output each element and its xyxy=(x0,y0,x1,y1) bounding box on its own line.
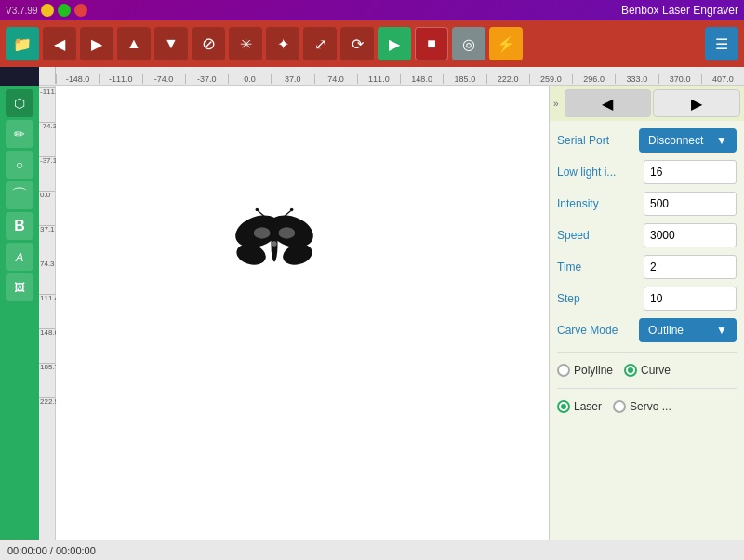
arc-tool-button[interactable]: ⌒ xyxy=(6,181,33,209)
ruler-mark: 74.0 xyxy=(314,74,357,84)
ruler-mark: 333.0 xyxy=(615,74,658,84)
polyline-radio-circle xyxy=(557,364,570,377)
ruler-mark: 370.0 xyxy=(658,74,701,84)
disconnect-button[interactable]: Disconnect ▼ xyxy=(639,128,737,153)
no-entry-button[interactable]: ⊘ xyxy=(192,27,225,60)
laser-radio[interactable]: Laser xyxy=(557,400,602,413)
ruler-mark: 259.0 xyxy=(529,74,572,84)
folder-button[interactable]: 📁 xyxy=(6,27,39,60)
canvas-content[interactable] xyxy=(56,86,549,540)
svg-point-10 xyxy=(278,227,295,238)
left-toolbar: ⬡ ✏ ○ ⌒ B A 🖼 xyxy=(0,86,39,540)
pencil-tool-button[interactable]: ✏ xyxy=(6,120,33,148)
dropdown-arrow-icon: ▼ xyxy=(716,134,727,147)
servo-label: Servo ... xyxy=(630,400,671,413)
circle-tool-button[interactable]: ○ xyxy=(6,151,33,179)
low-light-input[interactable] xyxy=(644,160,737,184)
app-title: Benbox Laser Engraver xyxy=(621,4,738,17)
time-input[interactable] xyxy=(644,255,737,279)
select-tool-button[interactable]: ⬡ xyxy=(6,89,33,117)
arrow-right-button[interactable]: ▶ xyxy=(80,27,113,60)
minimize-button[interactable] xyxy=(41,4,54,17)
ruler-mark: 185.0 xyxy=(443,74,485,84)
intensity-input[interactable] xyxy=(644,192,737,216)
ruler-v-mark: 74.3 xyxy=(39,260,55,294)
speed-label: Speed xyxy=(557,229,622,242)
carve-mode-label: Carve Mode xyxy=(557,324,622,337)
arrow-up-button[interactable]: ▲ xyxy=(117,27,151,60)
divider-2 xyxy=(557,388,737,389)
target-button[interactable]: ◎ xyxy=(452,27,485,60)
intensity-row: Intensity xyxy=(557,192,737,216)
ruler-v-mark: -111.4 xyxy=(39,87,55,122)
time-label: Time xyxy=(557,260,622,273)
ruler-mark: -148.0 xyxy=(56,74,99,84)
svg-point-9 xyxy=(254,227,271,238)
laser-label: Laser xyxy=(574,400,602,413)
expand-button[interactable]: ⤢ xyxy=(303,27,337,60)
serial-port-row: Serial Port Disconnect ▼ xyxy=(557,128,737,153)
step-row: Step xyxy=(557,287,737,311)
rotate-button[interactable]: ⟳ xyxy=(340,27,374,60)
carve-mode-dropdown-icon: ▼ xyxy=(716,324,727,337)
curve-label: Curve xyxy=(641,364,671,377)
menu-button[interactable]: ☰ xyxy=(705,27,738,60)
vertical-ruler: -111.4 -74.3 -37.1 0.0 37.1 74.3 111.4 1… xyxy=(39,86,56,540)
arrow-down-button[interactable]: ▼ xyxy=(154,27,188,60)
ruler-v-mark: 185.7 xyxy=(39,363,55,397)
close-button[interactable] xyxy=(74,4,87,17)
maximize-button[interactable] xyxy=(58,4,71,17)
ruler-v-mark: -37.1 xyxy=(39,156,55,191)
carve-mode-button[interactable]: Outline ▼ xyxy=(639,318,737,342)
disconnect-label: Disconnect xyxy=(648,134,703,147)
panel-prev-button[interactable]: ◀ xyxy=(565,89,652,117)
divider xyxy=(557,352,737,353)
speed-row: Speed xyxy=(557,223,737,247)
status-time: 00:00:00 / 00:00:00 xyxy=(7,545,96,556)
arrow-left-button[interactable]: ◀ xyxy=(43,27,76,60)
ruler-mark: -111.0 xyxy=(99,74,141,84)
ruler-mark: 407.0 xyxy=(701,74,744,84)
right-panel: » ◀ ▶ Serial Port Disconnect ▼ Low light… xyxy=(549,86,744,540)
time-row: Time xyxy=(557,255,737,279)
panel-nav: » ◀ ▶ xyxy=(550,86,744,121)
panel-body: Serial Port Disconnect ▼ Low light i... … xyxy=(550,121,744,422)
ruler-mark: 37.0 xyxy=(271,74,313,84)
ruler-mark: 222.0 xyxy=(486,74,529,84)
butterfly-image xyxy=(232,207,316,281)
svg-point-6 xyxy=(256,208,259,212)
polyline-radio[interactable]: Polyline xyxy=(557,364,613,377)
asterisk-button[interactable]: ✦ xyxy=(266,27,299,60)
ruler-mark: 0.0 xyxy=(228,74,271,84)
polyline-label: Polyline xyxy=(574,364,613,377)
carve-mode-row: Carve Mode Outline ▼ xyxy=(557,318,737,342)
svg-point-8 xyxy=(290,208,294,212)
ruler-v-mark: -74.3 xyxy=(39,122,55,156)
title-bar-left: V3.7.99 xyxy=(6,4,87,17)
carve-mode-value: Outline xyxy=(648,324,684,337)
image-tool-button[interactable]: 🖼 xyxy=(6,273,33,301)
text-tool-button[interactable]: A xyxy=(6,243,33,271)
ruler-mark: -74.0 xyxy=(142,74,185,84)
step-input[interactable] xyxy=(644,287,737,311)
panel-next-button[interactable]: ▶ xyxy=(653,89,740,117)
lightning-button[interactable]: ⚡ xyxy=(489,27,523,60)
ruler-mark: 296.0 xyxy=(572,74,615,84)
stop-button[interactable]: ■ xyxy=(415,27,448,60)
low-light-label: Low light i... xyxy=(557,166,622,179)
bold-tool-button[interactable]: B xyxy=(6,212,33,240)
ruler-v-mark: 0.0 xyxy=(39,191,55,225)
app-version: V3.7.99 xyxy=(6,6,37,16)
horizontal-ruler: -148.0 -111.0 -74.0 -37.0 0.0 37.0 74.0 … xyxy=(39,67,744,86)
snowflake-button[interactable]: ✳ xyxy=(229,27,262,60)
servo-radio[interactable]: Servo ... xyxy=(613,400,671,413)
ruler-mark: 111.0 xyxy=(357,74,400,84)
speed-input[interactable] xyxy=(644,223,737,247)
low-light-row: Low light i... xyxy=(557,160,737,184)
canvas-area[interactable]: -111.4 -74.3 -37.1 0.0 37.1 74.3 111.4 1… xyxy=(39,86,549,540)
hamburger-icon: ☰ xyxy=(715,35,728,53)
servo-radio-circle xyxy=(613,400,626,413)
play-button[interactable]: ▶ xyxy=(378,27,411,60)
curve-radio[interactable]: Curve xyxy=(624,364,671,377)
title-bar: V3.7.99 Benbox Laser Engraver xyxy=(0,0,744,20)
